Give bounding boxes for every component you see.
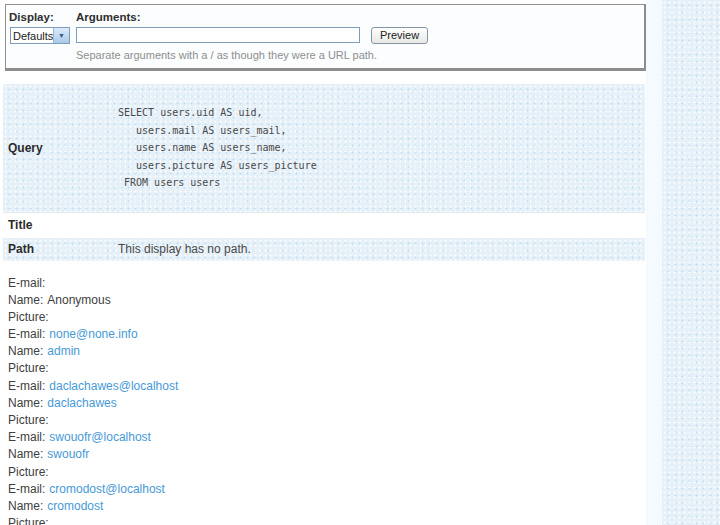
user-email-line: E-mail:cromodost@localhost bbox=[8, 481, 646, 498]
preview-button[interactable]: Preview bbox=[371, 27, 428, 44]
user-email-line: E-mail: bbox=[8, 275, 646, 292]
user-email-link[interactable]: none@none.info bbox=[49, 327, 137, 341]
path-row-label: Path bbox=[3, 238, 118, 261]
user-name-link[interactable]: cromodost bbox=[47, 499, 103, 513]
arguments-row: Preview bbox=[76, 27, 636, 44]
preview-info-table: Query SELECT users.uid AS uid, users.mai… bbox=[3, 84, 645, 261]
display-select[interactable]: Defaults ▼ bbox=[10, 27, 70, 44]
picture-field-label: Picture: bbox=[8, 310, 49, 324]
user-name-line: Name:swouofr bbox=[8, 446, 646, 463]
page-background-pattern bbox=[662, 0, 720, 525]
display-select-value: Defaults bbox=[11, 30, 53, 42]
user-row: E-mail:cromodost@localhost Name:cromodos… bbox=[8, 481, 646, 525]
user-name-line: Name:admin bbox=[8, 343, 646, 360]
picture-field-label: Picture: bbox=[8, 465, 49, 479]
content-area: Display: Defaults ▼ Arguments: Preview S… bbox=[0, 0, 646, 525]
name-field-label: Name: bbox=[8, 447, 43, 461]
name-field-label: Name: bbox=[8, 344, 43, 358]
user-name-link[interactable]: swouofr bbox=[47, 447, 89, 461]
user-name-link[interactable]: admin bbox=[47, 344, 80, 358]
user-row: E-mail:none@none.info Name:admin Picture… bbox=[8, 326, 646, 378]
picture-field-label: Picture: bbox=[8, 516, 49, 525]
path-row-value: This display has no path. bbox=[118, 238, 645, 261]
user-name-line: Name:daclachawes bbox=[8, 395, 646, 412]
user-picture-line: Picture: bbox=[8, 515, 646, 525]
user-picture-line: Picture: bbox=[8, 360, 646, 377]
arguments-help-text: Separate arguments with a / as though th… bbox=[76, 49, 636, 61]
email-field-label: E-mail: bbox=[8, 430, 45, 444]
name-field-label: Name: bbox=[8, 499, 43, 513]
name-field-label: Name: bbox=[8, 396, 43, 410]
arguments-label: Arguments: bbox=[76, 11, 636, 23]
preview-results-list: E-mail: Name:Anonymous Picture: E-mail:n… bbox=[8, 275, 646, 525]
user-picture-line: Picture: bbox=[8, 464, 646, 481]
name-field-label: Name: bbox=[8, 293, 43, 307]
user-picture-line: Picture: bbox=[8, 309, 646, 326]
user-email-link[interactable]: swouofr@localhost bbox=[49, 430, 151, 444]
preview-form-grid: Display: Defaults ▼ Arguments: Preview S… bbox=[9, 10, 636, 61]
arguments-input[interactable] bbox=[76, 27, 360, 43]
email-field-label: E-mail: bbox=[8, 276, 45, 290]
user-name-value: Anonymous bbox=[47, 293, 110, 307]
user-row: E-mail: Name:Anonymous Picture: bbox=[8, 275, 646, 327]
title-row: Title bbox=[3, 212, 645, 238]
user-name-line: Name:Anonymous bbox=[8, 292, 646, 309]
title-row-value bbox=[118, 213, 645, 238]
title-row-label: Title bbox=[3, 213, 118, 238]
user-email-link[interactable]: daclachawes@localhost bbox=[49, 379, 178, 393]
query-row-value: SELECT users.uid AS uid, users.mail AS u… bbox=[118, 90, 645, 206]
user-email-link[interactable]: cromodost@localhost bbox=[49, 482, 165, 496]
email-field-label: E-mail: bbox=[8, 327, 45, 341]
query-row: Query SELECT users.uid AS uid, users.mai… bbox=[3, 84, 645, 212]
picture-field-label: Picture: bbox=[8, 413, 49, 427]
display-label: Display: bbox=[9, 11, 76, 23]
user-name-line: Name:cromodost bbox=[8, 498, 646, 515]
arguments-column: Arguments: Preview Separate arguments wi… bbox=[76, 10, 636, 61]
user-name-link[interactable]: daclachawes bbox=[47, 396, 116, 410]
query-row-label: Query bbox=[3, 90, 118, 206]
email-field-label: E-mail: bbox=[8, 482, 45, 496]
user-email-line: E-mail:none@none.info bbox=[8, 326, 646, 343]
query-sql: SELECT users.uid AS uid, users.mail AS u… bbox=[118, 104, 645, 192]
display-column: Display: Defaults ▼ bbox=[9, 10, 76, 61]
user-email-line: E-mail:daclachawes@localhost bbox=[8, 378, 646, 395]
picture-field-label: Picture: bbox=[8, 361, 49, 375]
user-email-line: E-mail:swouofr@localhost bbox=[8, 429, 646, 446]
path-row: Path This display has no path. bbox=[3, 238, 645, 261]
user-row: E-mail:daclachawes@localhost Name:daclac… bbox=[8, 378, 646, 430]
preview-form: Display: Defaults ▼ Arguments: Preview S… bbox=[5, 4, 646, 71]
chevron-down-icon: ▼ bbox=[53, 28, 69, 43]
email-field-label: E-mail: bbox=[8, 379, 45, 393]
user-picture-line: Picture: bbox=[8, 412, 646, 429]
user-row: E-mail:swouofr@localhost Name:swouofr Pi… bbox=[8, 429, 646, 481]
